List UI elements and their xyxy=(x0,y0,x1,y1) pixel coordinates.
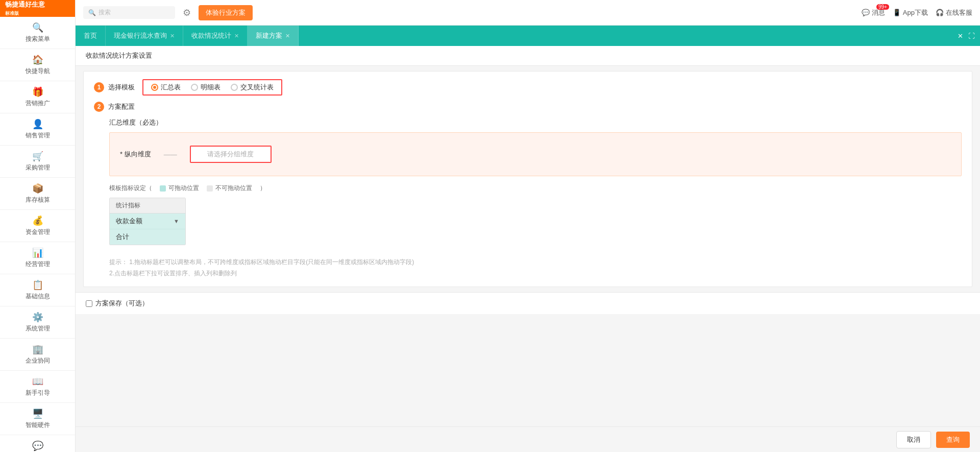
close-icon[interactable]: ✕ xyxy=(958,32,963,40)
tips-area: 提示： 1.拖动标题栏可以调整布局，不可跨维度或指标区域拖动栏目字段(只能在同一… xyxy=(109,257,962,279)
download-icon: 📱 xyxy=(893,9,901,16)
sidebar-item-enterprise[interactable]: 🏢 企业协同 xyxy=(0,339,75,371)
chat-icon: 💬 xyxy=(32,440,43,451)
chart-icon: 📊 xyxy=(32,247,43,258)
tab-newplan-close[interactable]: ✕ xyxy=(285,33,290,39)
gear-icon: ⚙️ xyxy=(32,312,43,323)
expand-icon[interactable]: ⛶ xyxy=(968,32,975,40)
tabbar-controls: ✕ ⛶ xyxy=(952,26,980,46)
sidebar-label-system: 系统管理 xyxy=(26,324,50,333)
dimension-placeholder[interactable]: 请选择分组维度 xyxy=(190,146,272,163)
summary-title: 汇总维度（必选） xyxy=(109,118,962,127)
legend-drag-label: 可拖动位置 xyxy=(168,184,199,193)
main-section: 1 选择模板 汇总表 明细表 交叉统计表 xyxy=(83,71,972,287)
sidebar-label-inventory: 库存核算 xyxy=(26,196,50,204)
tip-line2: 2.点击标题栏下拉可设置排序、插入列和删除列 xyxy=(109,268,962,279)
sidebar-item-sales[interactable]: 👤 销售管理 xyxy=(0,113,75,146)
sidebar-label-guide: 新手引导 xyxy=(26,389,50,397)
cart-icon: 🛒 xyxy=(32,151,43,162)
radio-summary-circle xyxy=(151,84,158,91)
radio-cross-label: 交叉统计表 xyxy=(240,83,274,92)
sidebar-label-hardware: 智能硬件 xyxy=(26,421,50,430)
tab-cashflow[interactable]: 现金银行流水查询 ✕ xyxy=(106,26,183,46)
radio-detail-circle xyxy=(191,84,198,91)
step1-label: 选择模板 xyxy=(108,83,135,92)
radio-detail[interactable]: 明细表 xyxy=(191,83,220,92)
monitor-icon: 🖥️ xyxy=(32,408,43,419)
step1-num: 1 xyxy=(94,82,104,92)
tab-collection-label: 收款情况统计 xyxy=(191,31,231,40)
download-btn[interactable]: 📱 App下载 xyxy=(893,8,928,17)
user-icon: 👤 xyxy=(32,118,43,130)
sidebar-label-basic: 基础信息 xyxy=(26,292,50,301)
step2-num: 2 xyxy=(94,102,104,112)
sidebar-item-guide[interactable]: 📖 新手引导 xyxy=(0,371,75,403)
tab-collection-close[interactable]: ✕ xyxy=(234,33,239,39)
tab-cashflow-label: 现金银行流水查询 xyxy=(114,31,167,40)
indicator-cell-amount[interactable]: 收款金额 ▼ xyxy=(110,213,185,229)
dimension-row: * 纵向维度 —— 请选择分组维度 xyxy=(120,146,951,163)
content-area: 收款情况统计方案设置 1 选择模板 汇总表 明细表 xyxy=(76,46,980,452)
tab-newplan[interactable]: 新建方案 ✕ xyxy=(248,26,299,46)
message-btn[interactable]: 💬 消息 99+ xyxy=(862,8,885,17)
tip-line1: 提示： 1.拖动标题栏可以调整布局，不可跨维度或指标区域拖动栏目字段(只能在同一… xyxy=(109,257,962,268)
settings-icon[interactable]: ⚙ xyxy=(183,7,191,18)
message-badge: 99+ xyxy=(876,4,889,10)
tab-home-label: 首页 xyxy=(84,31,97,40)
sidebar-item-purchase[interactable]: 🛒 采购管理 xyxy=(0,146,75,178)
footer: 取消 查询 xyxy=(76,426,980,452)
tab-collection[interactable]: 收款情况统计 ✕ xyxy=(183,26,248,46)
sidebar-item-finance[interactable]: 💰 资金管理 xyxy=(0,210,75,242)
cancel-button[interactable]: 取消 xyxy=(896,431,931,448)
support-icon: 🎧 xyxy=(936,9,944,16)
sidebar-item-wechat[interactable]: 💬 企业微信 xyxy=(0,435,75,452)
sidebar-item-marketing[interactable]: 🎁 营销推广 xyxy=(0,81,75,113)
download-label: App下载 xyxy=(903,8,928,17)
sidebar-item-inventory[interactable]: 📦 库存核算 xyxy=(0,178,75,210)
tab-cashflow-close[interactable]: ✕ xyxy=(170,33,175,39)
sidebar-item-operation[interactable]: 📊 经营管理 xyxy=(0,242,75,274)
money-icon: 💰 xyxy=(32,215,43,226)
radio-cross[interactable]: 交叉统计表 xyxy=(231,83,274,92)
sidebar-label-sales: 销售管理 xyxy=(26,131,50,140)
dimension-area: * 纵向维度 —— 请选择分组维度 xyxy=(109,132,962,176)
indicator-header: 统计指标 xyxy=(110,198,185,213)
sidebar-item-basic[interactable]: 📋 基础信息 xyxy=(0,274,75,306)
tab-home[interactable]: 首页 xyxy=(76,26,106,46)
sidebar-label-quick: 快捷导航 xyxy=(26,67,50,76)
sidebar-label-finance: 资金管理 xyxy=(26,228,50,236)
sidebar-label-operation: 经营管理 xyxy=(26,260,50,269)
drag-dot xyxy=(160,185,166,192)
page-title: 收款情况统计方案设置 xyxy=(76,46,980,66)
legend-nodrag-label: 不可拖动位置 xyxy=(215,184,252,193)
sidebar-label-purchase: 采购管理 xyxy=(26,163,50,172)
industry-btn[interactable]: 体验行业方案 xyxy=(199,5,253,20)
sidebar: 畅捷通好生意 标准版 🔍 搜索菜单 🏠 快捷导航 🎁 营销推广 👤 销售管理 🛒… xyxy=(0,0,76,452)
sidebar-item-quick[interactable]: 🏠 快捷导航 xyxy=(0,49,75,81)
arrow-separator: —— xyxy=(164,151,177,158)
indicator-subtotal: 合计 xyxy=(110,229,185,245)
sidebar-item-hardware[interactable]: 🖥️ 智能硬件 xyxy=(0,403,75,435)
radio-detail-label: 明细表 xyxy=(201,83,220,92)
sidebar-label-search: 搜索菜单 xyxy=(26,35,50,43)
save-checkbox[interactable] xyxy=(86,300,92,307)
brand-edition: 标准版 xyxy=(5,10,45,17)
radio-summary-label: 汇总表 xyxy=(161,83,181,92)
indicator-legend: 模板指标设定（ 可拖动位置 不可拖动位置 ） xyxy=(109,184,962,193)
cell-amount-label: 收款金额 xyxy=(116,217,142,226)
radio-summary[interactable]: 汇总表 xyxy=(151,83,181,92)
sidebar-item-search[interactable]: 🔍 搜索菜单 xyxy=(0,17,75,49)
legend-nodrag-item: 不可拖动位置 xyxy=(207,184,252,193)
gift-icon: 🎁 xyxy=(32,86,43,98)
search-box[interactable]: 🔍 搜索 xyxy=(83,6,175,19)
nodrag-dot xyxy=(207,185,213,192)
support-btn[interactable]: 🎧 在线客服 xyxy=(936,8,972,17)
message-icon: 💬 xyxy=(862,9,870,16)
search-placeholder: 搜索 xyxy=(99,8,111,17)
step1-row: 1 选择模板 汇总表 明细表 交叉统计表 xyxy=(94,79,962,96)
search-icon: 🔍 xyxy=(88,9,96,16)
query-button[interactable]: 查询 xyxy=(936,432,970,448)
save-label: 方案保存（可选） xyxy=(95,299,149,308)
sidebar-item-system[interactable]: ⚙️ 系统管理 xyxy=(0,306,75,339)
tab-newplan-label: 新建方案 xyxy=(256,31,282,40)
